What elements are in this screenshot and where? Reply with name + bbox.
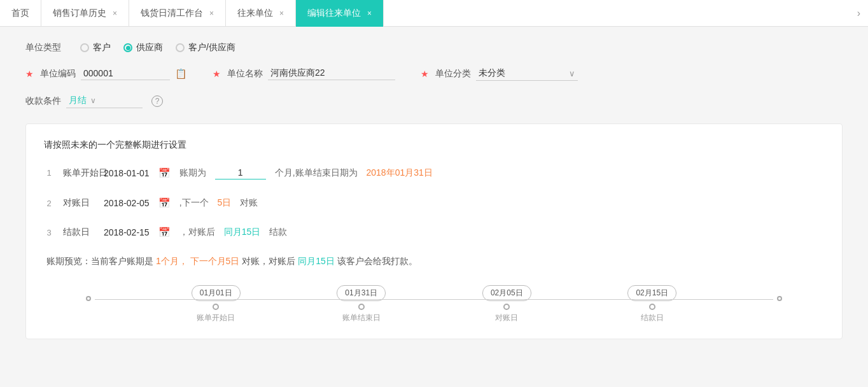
row-num-3: 3: [44, 228, 54, 237]
unit-name-input[interactable]: [268, 67, 395, 80]
payment-terms-label: 收款条件: [25, 95, 61, 107]
timeline-points: 01月01日 账单开始日 01月31日 账单结束日 02月05日 对账日: [82, 285, 786, 323]
period-row-1: 1 账单开始日 2018-01-01 📅 账期为 个月,账单结束日期为 2018…: [44, 166, 824, 179]
row-prefix-2: ,下一个: [179, 197, 209, 209]
row-date-3: 2018-02-15: [104, 227, 150, 237]
radio-both-circle: [176, 43, 185, 52]
tab-sales-history[interactable]: 销售订单历史 ×: [41, 0, 129, 27]
start-dot: [86, 296, 91, 301]
timeline-start-dot: [82, 285, 95, 301]
tab-sales-history-close[interactable]: ×: [113, 9, 117, 18]
preview-3: 对账，对账后: [242, 256, 295, 266]
radio-supplier-circle: [123, 43, 132, 52]
unit-name-star: ★: [213, 69, 221, 79]
timeline-dot-4: [649, 304, 655, 310]
tab-cash-work[interactable]: 钱货日清工作台 ×: [129, 0, 226, 27]
timeline-label-4: 结款日: [641, 313, 664, 323]
form-row-payment: 收款条件 月结 ∨ ?: [25, 94, 843, 108]
payment-terms-select[interactable]: 月结 ∨: [66, 94, 143, 108]
row-prefix-3: ，对账后: [179, 227, 215, 238]
help-icon[interactable]: ?: [151, 95, 163, 107]
radio-customer-label: 客户: [93, 42, 111, 53]
timeline-dot-1: [213, 304, 219, 310]
timeline-point-1: 01月01日 账单开始日: [192, 285, 241, 323]
unit-type-row: 单位类型 客户 供应商 客户/供应商: [25, 42, 843, 53]
row-input-suffix-1: 个月,账单结束日期为: [275, 167, 358, 179]
tab-edit-partner[interactable]: 编辑往来单位 ×: [296, 0, 384, 27]
tabs-scroll-arrow[interactable]: ›: [850, 8, 868, 19]
row-date-1: 2018-01-01: [104, 168, 150, 178]
row-type-2: 对账日: [63, 197, 95, 209]
unit-code-star: ★: [25, 69, 34, 79]
radio-both[interactable]: 客户/供应商: [176, 42, 235, 53]
row-suffix-3: 结款: [269, 227, 287, 238]
row-input-1[interactable]: [215, 166, 266, 179]
tab-edit-partner-close[interactable]: ×: [367, 9, 372, 18]
row-suffix-1: 账期为: [179, 167, 206, 179]
timeline: 01月01日 账单开始日 01月31日 账单结束日 02月05日 对账日: [44, 285, 824, 323]
unit-name-field: ★ 单位名称: [213, 67, 395, 80]
preview-label: 账期预览：当前客户账期是: [46, 256, 153, 266]
tab-cash-work-close[interactable]: ×: [209, 9, 214, 18]
unit-category-star: ★: [421, 69, 429, 79]
row-type-1: 账单开始日: [63, 167, 95, 179]
unit-code-calendar-icon[interactable]: 📋: [175, 68, 187, 80]
payment-terms-field: 收款条件 月结 ∨ ?: [25, 94, 163, 108]
chevron-down-icon: ∨: [569, 69, 575, 78]
row-num-1: 1: [44, 168, 54, 178]
tab-partners[interactable]: 往来单位 ×: [226, 0, 296, 27]
preview-4: 同月15日: [298, 256, 335, 266]
tab-partners-close[interactable]: ×: [279, 9, 284, 18]
payment-terms-chevron-icon: ∨: [90, 96, 96, 105]
tab-sales-history-label: 销售订单历史: [53, 8, 106, 19]
preview-5: 该客户会给我打款。: [337, 256, 417, 266]
row-suffix-2: 对账: [240, 197, 258, 209]
unit-code-input[interactable]: [81, 67, 170, 80]
card-instruction: 请按照未来的一个完整帐期进行设置: [44, 139, 824, 151]
timeline-point-2: 01月31日 账单结束日: [337, 285, 386, 323]
end-dot: [777, 296, 782, 301]
tab-home[interactable]: 首页: [0, 0, 41, 27]
unit-category-value: 未分类: [479, 67, 505, 79]
row-calendar-3[interactable]: 📅: [158, 227, 171, 238]
card-section: 请按照未来的一个完整帐期进行设置 1 账单开始日 2018-01-01 📅 账期…: [25, 123, 843, 339]
row-type-3: 结款日: [63, 227, 95, 238]
tabs-bar: 首页 销售订单历史 × 钱货日清工作台 × 往来单位 × 编辑往来单位 × ›: [0, 0, 868, 27]
timeline-point-3: 02月05日 对账日: [482, 285, 531, 323]
timeline-dot-3: [503, 304, 510, 310]
preview-row: 账期预览：当前客户账期是 1个月， 下一个月5日 对账，对账后 同月15日 该客…: [44, 256, 824, 267]
tab-partners-label: 往来单位: [237, 8, 273, 19]
unit-type-label: 单位类型: [25, 42, 61, 53]
unit-category-field: ★ 单位分类 未分类 ∨: [421, 66, 578, 81]
page-content: 单位类型 客户 供应商 客户/供应商 ★ 单位编码 📋 ★ 单位名称: [0, 27, 868, 387]
timeline-line: [95, 299, 773, 300]
timeline-dot-2: [358, 304, 365, 310]
radio-supplier[interactable]: 供应商: [123, 42, 163, 53]
tab-edit-partner-label: 编辑往来单位: [307, 8, 361, 19]
row-calendar-1[interactable]: 📅: [158, 167, 171, 179]
unit-category-label: 单位分类: [435, 68, 471, 80]
radio-customer[interactable]: 客户: [80, 42, 111, 53]
row-highlighted-3: 同月15日: [224, 227, 261, 238]
row-num-2: 2: [44, 199, 54, 208]
period-row-2: 2 对账日 2018-02-05 📅 ,下一个 5日 对账: [44, 197, 824, 209]
timeline-end-dot: [773, 285, 786, 301]
timeline-label-2: 账单结束日: [342, 313, 381, 323]
radio-both-label: 客户/供应商: [188, 42, 235, 53]
row-calendar-2[interactable]: 📅: [158, 197, 171, 209]
period-row-3: 3 结款日 2018-02-15 📅 ，对账后 同月15日 结款: [44, 227, 824, 238]
row-highlighted-2: 5日: [218, 197, 232, 209]
unit-category-dropdown[interactable]: 未分类 ∨: [476, 66, 578, 81]
radio-supplier-label: 供应商: [136, 42, 163, 53]
tab-cash-work-label: 钱货日清工作台: [141, 8, 203, 19]
timeline-point-4: 02月15日 结款日: [627, 285, 676, 323]
tab-home-label: 首页: [11, 8, 29, 19]
timeline-label-3: 对账日: [495, 313, 518, 323]
row-highlighted-date-1: 2018年01月31日: [367, 167, 433, 179]
form-row-1: ★ 单位编码 📋 ★ 单位名称 ★ 单位分类 未分类 ∨: [25, 66, 843, 81]
radio-group: 客户 供应商 客户/供应商: [80, 42, 235, 53]
preview-1: 1个月，: [156, 256, 188, 266]
payment-terms-value: 月结: [69, 95, 87, 106]
unit-code-field: ★ 单位编码 📋: [25, 67, 187, 80]
unit-name-label: 单位名称: [227, 68, 263, 80]
